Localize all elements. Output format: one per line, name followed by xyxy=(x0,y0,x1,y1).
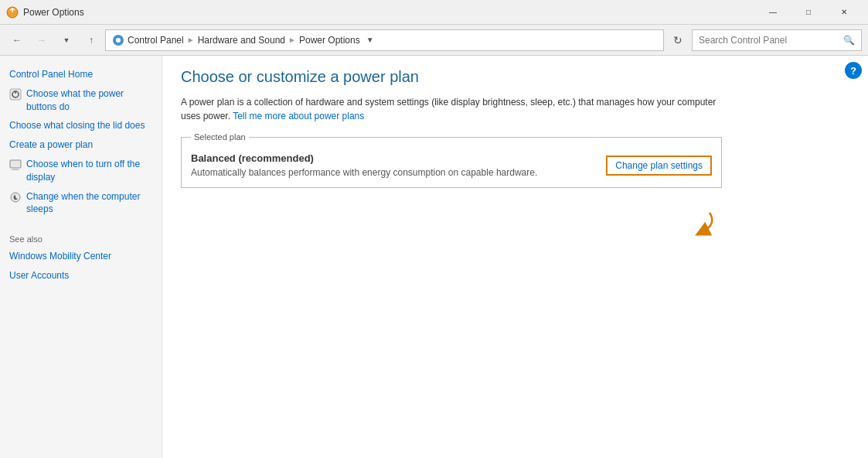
forward-button[interactable]: → xyxy=(31,29,53,51)
breadcrumb-hardware-sound[interactable]: Hardware and Sound xyxy=(198,35,285,46)
close-button[interactable]: ✕ xyxy=(826,0,862,25)
refresh-button[interactable]: ↻ xyxy=(667,29,689,51)
title-bar: Power Options — □ ✕ xyxy=(0,0,868,25)
learn-more-link[interactable]: Tell me more about power plans xyxy=(233,111,364,121)
main-area: Control Panel Home Choose what the power… xyxy=(0,56,868,458)
sidebar-item-mobility-center[interactable]: Windows Mobility Center xyxy=(0,247,162,266)
svg-rect-6 xyxy=(10,160,21,168)
content-area: ? Choose or customize a power plan A pow… xyxy=(162,56,868,458)
window-title: Power Options xyxy=(23,7,84,18)
power-buttons-icon xyxy=(9,88,22,101)
sidebar-item-turn-off-display[interactable]: Choose when to turn off the display xyxy=(0,155,162,187)
sidebar: Control Panel Home Choose what the power… xyxy=(0,56,162,458)
plan-description: Automatically balances performance with … xyxy=(191,167,537,178)
plan-info: Balanced (recommended) Automatically bal… xyxy=(191,152,537,178)
svg-rect-7 xyxy=(13,168,18,169)
sidebar-item-computer-sleeps[interactable]: Change when the computer sleeps xyxy=(0,187,162,220)
breadcrumb-sep-2: ► xyxy=(288,36,296,44)
breadcrumb-sep-1: ► xyxy=(187,36,195,44)
breadcrumb-power-options: Power Options xyxy=(299,35,360,46)
app-icon xyxy=(6,6,19,19)
content-description: A power plan is a collection of hardware… xyxy=(181,95,722,123)
sidebar-control-panel-home[interactable]: Control Panel Home xyxy=(0,65,162,84)
plan-row: Balanced (recommended) Automatically bal… xyxy=(191,152,712,178)
address-dropdown-button[interactable]: ▼ xyxy=(363,36,377,44)
svg-point-2 xyxy=(116,38,121,43)
window-controls: — □ ✕ xyxy=(755,0,862,25)
plan-fieldset: Selected plan Balanced (recommended) Aut… xyxy=(181,132,722,188)
search-box[interactable]: 🔍 xyxy=(692,29,862,51)
maximize-button[interactable]: □ xyxy=(791,0,826,25)
breadcrumb-control-panel[interactable]: Control Panel xyxy=(128,35,184,46)
svg-rect-3 xyxy=(10,89,21,100)
plan-name: Balanced (recommended) xyxy=(191,152,537,164)
plan-section-legend: Selected plan xyxy=(191,132,249,142)
sidebar-item-user-accounts[interactable]: User Accounts xyxy=(0,266,162,285)
see-also-section: See also Windows Mobility Center User Ac… xyxy=(0,225,162,285)
address-path-bar[interactable]: Control Panel ► Hardware and Sound ► Pow… xyxy=(105,29,664,51)
sidebar-item-lid[interactable]: Choose what closing the lid does xyxy=(0,116,162,135)
help-button[interactable]: ? xyxy=(845,62,862,79)
recent-locations-button[interactable]: ▼ xyxy=(56,29,77,51)
address-bar: ← → ▼ ↑ Control Panel ► Hardware and Sou… xyxy=(0,25,868,56)
up-button[interactable]: ↑ xyxy=(80,29,102,51)
sidebar-item-create-plan[interactable]: Create a power plan xyxy=(0,135,162,155)
svg-rect-8 xyxy=(12,169,19,170)
search-icon: 🔍 xyxy=(843,35,855,46)
breadcrumb-icon xyxy=(112,34,124,46)
search-input[interactable] xyxy=(699,35,839,46)
display-icon xyxy=(9,159,22,171)
change-plan-button[interactable]: Change plan settings xyxy=(606,156,712,176)
sidebar-item-power-buttons[interactable]: Choose what the power buttons do xyxy=(0,84,162,117)
annotation-arrow xyxy=(671,209,717,240)
sleep-icon xyxy=(9,191,22,203)
back-button[interactable]: ← xyxy=(6,29,28,51)
see-also-title: See also xyxy=(0,225,162,247)
page-title: Choose or customize a power plan xyxy=(181,68,849,86)
minimize-button[interactable]: — xyxy=(755,0,791,25)
